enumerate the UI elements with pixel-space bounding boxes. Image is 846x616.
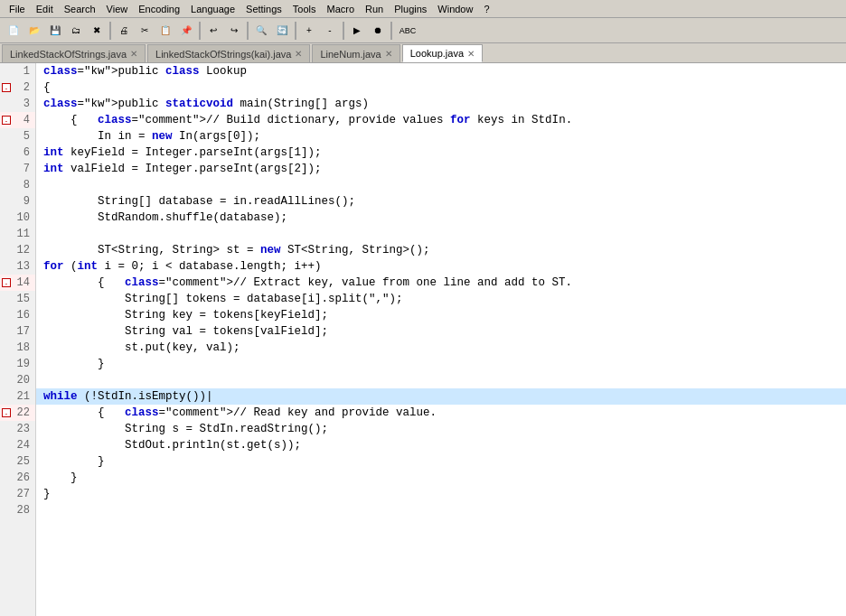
fold-marker-14[interactable]: - [2,278,11,287]
tab-label: LinkedStackOfStrings.java [10,49,127,60]
line-num-9: 9 [0,193,35,210]
toolbar-open[interactable]: 📂 [24,21,44,41]
tab-label: LineNum.java [320,49,381,60]
code-line-24: StdOut.println(st.get(s)); [36,437,846,453]
toolbar-redo[interactable]: ↪ [224,21,244,41]
menu-encoding[interactable]: Encoding [133,2,185,16]
editor: 1-23-45678910111213-1415161718192021-222… [0,63,846,616]
tab-label: Lookup.java [410,48,464,59]
code-line-21: while (!StdIn.isEmpty())| [36,388,846,405]
line-num-18: 18 [0,340,35,356]
code-line-20 [36,372,846,388]
line-num-7: 7 [0,161,35,177]
line-num-20: 20 [0,372,35,388]
toolbar-print[interactable]: 🖨 [114,21,134,41]
menu-tools[interactable]: Tools [287,2,322,16]
toolbar-save-all[interactable]: 🗂 [66,21,86,41]
line-num-6: 6 [0,145,35,161]
menu-run[interactable]: Run [360,2,389,16]
menu-language[interactable]: Language [185,2,240,16]
code-line-12: ST<String, String> st = new ST<String, S… [36,242,846,258]
code-line-19: } [36,356,846,372]
fold-marker-4[interactable]: - [2,116,11,125]
menu-search[interactable]: Search [59,2,101,16]
line-num-13: 13 [0,258,35,275]
code-line-25: } [36,453,846,470]
code-line-2: { [36,79,846,96]
fold-marker-22[interactable]: - [2,408,11,417]
menu-view[interactable]: View [101,2,134,16]
line-num-8: 8 [0,177,35,193]
line-num-15: 15 [0,291,35,307]
tab-close-linenum[interactable]: ✕ [385,49,392,59]
toolbar-save[interactable]: 💾 [45,21,65,41]
code-line-11 [36,226,846,242]
code-line-26: } [36,470,846,486]
code-line-18: st.put(key, val); [36,340,846,356]
line-num-23: 23 [0,421,35,437]
toolbar-abc[interactable]: ABC [395,21,420,41]
code-area[interactable]: class="kw">public class Lookup{ class="k… [36,63,846,616]
toolbar-paste[interactable]: 📌 [176,21,196,41]
tab-close-linkedstack-kai[interactable]: ✕ [295,49,302,59]
menu-macro[interactable]: Macro [321,2,360,16]
menu-file[interactable]: File [4,2,31,16]
line-num-25: 25 [0,453,35,470]
code-line-3: class="kw">public static void main(Strin… [36,96,846,112]
toolbar-close[interactable]: ✖ [87,21,107,41]
code-line-17: String val = tokens[valField]; [36,323,846,340]
tab-label: LinkedStackOfStrings(kai).java [155,49,291,60]
menu-settings[interactable]: Settings [240,2,287,16]
toolbar-sep-5 [343,22,344,40]
menu-help[interactable]: ? [478,2,494,16]
fold-marker-2[interactable]: - [2,83,11,92]
toolbar-undo[interactable]: ↩ [203,21,223,41]
toolbar-zoom-in[interactable]: + [299,21,319,41]
code-line-9: String[] database = in.readAllLines(); [36,193,846,210]
code-line-15: String[] tokens = database[i].split(",")… [36,291,846,307]
line-num-11: 11 [0,226,35,242]
line-number-gutter: 1-23-45678910111213-1415161718192021-222… [0,63,36,616]
menubar: File Edit Search View Encoding Language … [0,0,846,18]
menu-plugins[interactable]: Plugins [389,2,432,16]
tab-close-linkedstack[interactable]: ✕ [130,49,137,59]
line-num-1: 1 [0,63,35,79]
toolbar-new[interactable]: 📄 [4,21,24,41]
toolbar-copy[interactable]: 📋 [155,21,175,41]
line-num-14: -14 [0,275,35,291]
tab-linkedstack-kai[interactable]: LinkedStackOfStrings(kai).java ✕ [147,44,310,62]
code-line-16: String key = tokens[keyField]; [36,307,846,323]
menu-window[interactable]: Window [432,2,478,16]
code-line-22: { class="comment">// Read key and provid… [36,405,846,421]
tab-close-lookup[interactable]: ✕ [467,49,475,59]
tab-linenum[interactable]: LineNum.java ✕ [312,44,400,62]
code-line-13: for (int i = 0; i < database.length; i++… [36,258,846,275]
code-line-5: In in = new In(args[0]); [36,128,846,145]
line-num-28: 28 [0,502,35,518]
tab-linkedstack[interactable]: LinkedStackOfStrings.java ✕ [2,44,146,62]
toolbar-cut[interactable]: ✂ [135,21,155,41]
line-num-17: 17 [0,323,35,340]
line-num-5: 5 [0,128,35,145]
toolbar-replace[interactable]: 🔄 [272,21,292,41]
menu-edit[interactable]: Edit [31,2,59,16]
toolbar-find[interactable]: 🔍 [251,21,271,41]
toolbar-sep-3 [247,22,249,40]
code-line-27: } [36,486,846,502]
code-line-8 [36,177,846,193]
tab-lookup[interactable]: Lookup.java ✕ [402,44,483,62]
line-num-10: 10 [0,210,35,226]
line-num-26: 26 [0,470,35,486]
code-line-23: String s = StdIn.readString(); [36,421,846,437]
toolbar-record[interactable]: ⏺ [368,21,388,41]
line-num-22: -22 [0,405,35,421]
line-num-2: -2 [0,79,35,96]
toolbar-zoom-out[interactable]: - [320,21,340,41]
code-line-6: int keyField = Integer.parseInt(args[1])… [36,145,846,161]
line-num-3: 3 [0,96,35,112]
toolbar-macro[interactable]: ▶ [347,21,367,41]
code-line-4: { class="comment">// Build dictionary, p… [36,112,846,128]
code-line-28 [36,502,846,518]
toolbar-sep-6 [390,22,392,40]
line-num-4: -4 [0,112,35,128]
